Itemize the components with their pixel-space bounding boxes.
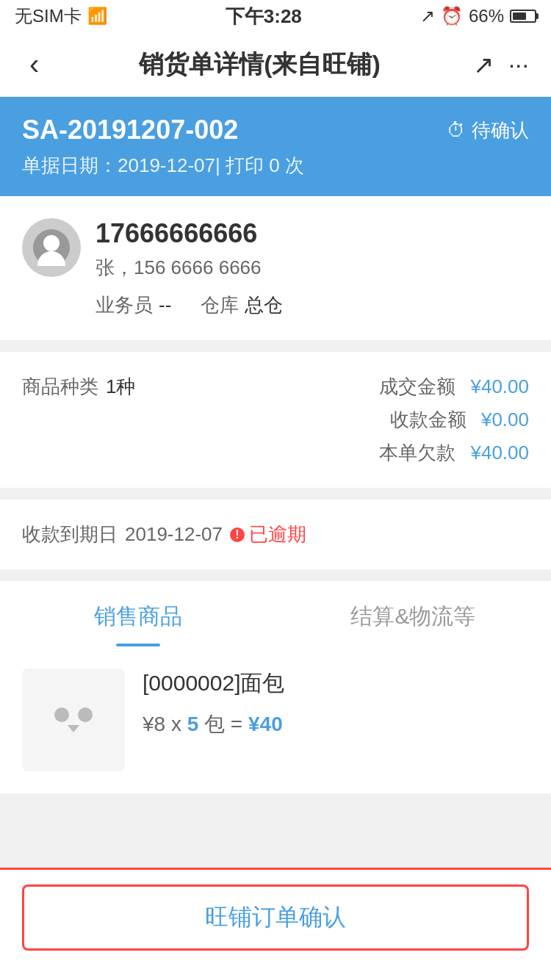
overdue-text: 已逾期 <box>249 522 306 547</box>
warehouse-item: 仓库 总仓 <box>201 292 283 318</box>
customer-phone: 17666666666 <box>96 218 529 249</box>
alarm-icon: ⏰ <box>441 6 463 26</box>
product-price: ¥8 x 5 包 = ¥40 <box>143 710 529 738</box>
customer-meta: 业务员 -- 仓库 总仓 <box>96 292 529 318</box>
price-equals: = <box>231 713 242 735</box>
status-time: 下午3:28 <box>226 4 302 29</box>
staff-label: 业务员 <box>96 292 153 318</box>
status-clock-icon: ⏱ <box>447 119 466 142</box>
customer-avatar <box>22 218 81 277</box>
order-date-row: 单据日期：2019-12-07| 打印 0 次 <box>22 153 529 179</box>
staff-value: -- <box>159 294 171 317</box>
product-item: [0000002]面包 ¥8 x 5 包 = ¥40 <box>0 646 551 793</box>
product-name: [0000002]面包 <box>143 669 529 699</box>
confirm-order-button[interactable]: 旺铺订单确认 <box>22 884 529 951</box>
back-button[interactable]: ‹ <box>22 40 46 88</box>
receipt-amount-value: ¥0.00 <box>481 408 529 431</box>
overdue-badge: ! 已逾期 <box>230 522 306 547</box>
share-icon[interactable]: ↗ <box>473 50 494 79</box>
bottom-action-bar: 旺铺订单确认 <box>0 868 551 980</box>
order-id-row: SA-20191207-002 ⏱ 待确认 <box>22 115 529 145</box>
wifi-icon: 📶 <box>87 7 107 26</box>
staff-item: 业务员 -- <box>96 292 171 318</box>
product-info: [0000002]面包 ¥8 x 5 包 = ¥40 <box>143 669 529 738</box>
product-image <box>22 669 125 771</box>
date-label: 单据日期： <box>22 154 118 176</box>
due-date-label: 收款到期日 <box>22 522 118 547</box>
customer-info: 17666666666 张，156 6666 6666 业务员 -- 仓库 总仓 <box>96 218 529 318</box>
product-title: 面包 <box>240 671 284 695</box>
due-date-section: 收款到期日 2019-12-07 ! 已逾期 <box>0 500 551 569</box>
owl-eyes <box>54 707 93 722</box>
page-title: 销货单详情(来自旺铺) <box>139 48 381 82</box>
balance-label: 本单欠款 <box>379 440 455 466</box>
deal-amount-label: 成交金额 <box>379 374 455 400</box>
owl-eye-left <box>54 707 69 722</box>
status-right: ↗ ⏰ 66% <box>420 6 536 26</box>
print-info: | 打印 0 次 <box>215 154 304 176</box>
tabs-container: 销售商品 结算&物流等 <box>0 581 551 646</box>
more-icon[interactable]: ··· <box>508 50 529 79</box>
tab-settlement[interactable]: 结算&物流等 <box>276 581 551 646</box>
avatar-icon <box>33 229 70 266</box>
deal-amount-row: 成交金额 ¥40.00 <box>379 374 529 400</box>
battery-text: 66% <box>469 6 504 26</box>
order-id: SA-20191207-002 <box>22 115 238 145</box>
order-status: ⏱ 待确认 <box>447 118 529 143</box>
price-unit: 包 <box>204 713 225 735</box>
due-date-value: 2019-12-07 <box>125 523 223 546</box>
nav-actions: ↗ ··· <box>473 50 529 79</box>
customer-section: 17666666666 张，156 6666 6666 业务员 -- 仓库 总仓 <box>0 196 551 340</box>
status-label: 待确认 <box>472 118 529 143</box>
tab-products[interactable]: 销售商品 <box>0 581 276 646</box>
status-bar: 无SIM卡 📶 下午3:28 ↗ ⏰ 66% <box>0 0 551 32</box>
price-multiplier: x <box>171 713 181 735</box>
battery-icon <box>510 10 536 23</box>
receipt-amount-row: 收款金额 ¥0.00 <box>390 407 529 433</box>
summary-section: 商品种类 1种 成交金额 ¥40.00 收款金额 ¥0.00 本单欠款 ¥40.… <box>0 352 551 488</box>
customer-name: 张，156 6666 6666 <box>96 255 529 281</box>
order-date-value: 2019-12-07 <box>118 154 215 176</box>
owl-beak <box>68 725 79 732</box>
nav-bar: ‹ 销货单详情(来自旺铺) ↗ ··· <box>0 32 551 97</box>
product-img-inner <box>54 707 93 732</box>
product-type: 商品种类 1种 <box>22 374 135 400</box>
warehouse-label: 仓库 <box>201 292 239 318</box>
amount-summary: 成交金额 ¥40.00 收款金额 ¥0.00 本单欠款 ¥40.00 <box>379 374 529 466</box>
product-type-label: 商品种类 <box>22 374 98 400</box>
price-quantity: 5 <box>187 713 199 735</box>
warehouse-value: 总仓 <box>245 292 283 318</box>
balance-row: 本单欠款 ¥40.00 <box>379 440 529 466</box>
order-banner: SA-20191207-002 ⏱ 待确认 单据日期：2019-12-07| 打… <box>0 97 551 196</box>
deal-amount-value: ¥40.00 <box>470 375 529 398</box>
location-icon: ↗ <box>420 6 435 26</box>
product-type-value: 1种 <box>106 374 135 400</box>
owl-eye-right <box>78 707 93 722</box>
carrier-text: 无SIM卡 <box>15 4 82 28</box>
due-date-row: 收款到期日 2019-12-07 ! 已逾期 <box>22 522 529 547</box>
balance-value: ¥40.00 <box>470 442 529 464</box>
receipt-amount-label: 收款金额 <box>390 407 467 433</box>
overdue-icon: ! <box>230 527 245 542</box>
price-per-unit: ¥8 <box>143 713 165 735</box>
price-total: ¥40 <box>248 713 283 735</box>
status-left: 无SIM卡 📶 <box>15 4 107 28</box>
tab-products-label: 销售商品 <box>94 604 182 628</box>
tab-settlement-label: 结算&物流等 <box>350 604 475 628</box>
product-code: [0000002] <box>143 671 240 695</box>
